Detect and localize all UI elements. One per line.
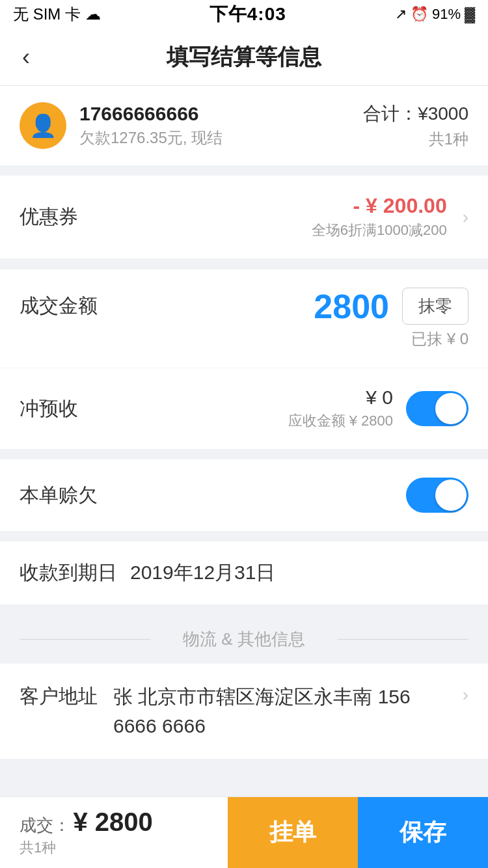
prepay-row: 冲预收 ¥ 0 应收金额 ¥ 2800	[20, 387, 468, 431]
customer-left: 👤 17666666666 欠款1276.35元, 现结	[20, 102, 223, 149]
main-content: 👤 17666666666 欠款1276.35元, 现结 合计：¥3000 共1…	[0, 86, 488, 868]
nav-bar: ‹ 填写结算等信息	[0, 29, 488, 86]
bottom-deal-row: 成交： ¥ 2800	[20, 807, 208, 837]
location-icon: ↗	[395, 6, 407, 23]
deal-sub: 已抹 ¥ 0	[20, 329, 468, 349]
no-sim-text: 无 SIM 卡 ☁	[13, 4, 101, 25]
prepay-section: 冲预收 ¥ 0 应收金额 ¥ 2800	[0, 368, 488, 449]
bottom-bar: 成交： ¥ 2800 共1种 挂单 保存	[0, 796, 488, 868]
back-button[interactable]: ‹	[16, 37, 36, 77]
debit-toggle[interactable]	[406, 478, 468, 513]
avatar: 👤	[20, 102, 66, 149]
deal-section: 成交金额 2800 抹零 已抹 ¥ 0	[0, 269, 488, 368]
coupon-label: 优惠券	[20, 204, 78, 230]
customer-sub: 欠款1276.35元, 现结	[79, 128, 223, 148]
prepay-amount: ¥ 0	[288, 387, 393, 409]
pending-button[interactable]: 挂单	[228, 797, 358, 869]
prepay-label: 冲预收	[20, 396, 78, 422]
logistics-line-left	[20, 639, 150, 640]
prepay-toggle[interactable]	[406, 391, 468, 426]
avatar-icon: 👤	[29, 113, 57, 139]
address-section[interactable]: 客户地址 张 北京市市辖区海淀区永丰南 156 6666 6666 ›	[0, 664, 488, 759]
status-right: ↗ ⏰ 91% ▓	[395, 6, 475, 23]
due-date-label: 收款到期日	[20, 560, 117, 586]
deal-row: 成交金额 2800 抹零	[20, 288, 468, 325]
total-amount: 合计：¥3000	[363, 102, 468, 126]
coupon-row[interactable]: 优惠券 - ¥ 200.00 全场6折满1000减200 ›	[0, 176, 488, 259]
prepay-amount-block: ¥ 0 应收金额 ¥ 2800	[288, 387, 393, 431]
status-time: 下午4:03	[210, 2, 286, 27]
save-button[interactable]: 保存	[358, 797, 488, 869]
deal-amount: 2800	[314, 290, 389, 323]
customer-right: 合计：¥3000 共1种	[363, 102, 468, 150]
section-divider-1	[0, 259, 488, 269]
battery-icon: ▓	[465, 6, 475, 23]
debit-toggle-knob	[435, 480, 467, 511]
deal-label: 成交金额	[20, 293, 98, 319]
due-date-value: 2019年12月31日	[130, 560, 275, 586]
battery-text: 91%	[432, 6, 461, 23]
section-divider-2	[0, 449, 488, 459]
logistics-divider: 物流 & 其他信息	[0, 615, 488, 664]
total-count: 共1种	[363, 129, 468, 150]
due-row: 收款到期日 2019年12月31日	[20, 560, 468, 586]
coupon-desc: 全场6折满1000减200	[312, 221, 447, 240]
debit-section: 本单赊欠	[0, 459, 488, 531]
address-content: 张 北京市市辖区海淀区永丰南 156 6666 6666	[113, 682, 455, 740]
chevron-right-icon: ›	[463, 207, 468, 228]
address-chevron-icon: ›	[463, 685, 468, 705]
status-bar: 无 SIM 卡 ☁ 下午4:03 ↗ ⏰ 91% ▓	[0, 0, 488, 29]
address-label: 客户地址	[20, 683, 98, 710]
logistics-line-right	[338, 639, 468, 640]
customer-info: 17666666666 欠款1276.35元, 现结	[79, 103, 223, 148]
debit-label: 本单赊欠	[20, 482, 98, 509]
customer-card: 👤 17666666666 欠款1276.35元, 现结 合计：¥3000 共1…	[0, 86, 488, 165]
toggle-knob	[435, 393, 467, 424]
bottom-deal-amount: ¥ 2800	[73, 807, 152, 836]
round-zero-button[interactable]: 抹零	[402, 288, 468, 325]
prepay-sub: 应收金额 ¥ 2800	[288, 411, 393, 431]
coupon-right: - ¥ 200.00 全场6折满1000减200 ›	[312, 194, 468, 240]
bottom-summary: 成交： ¥ 2800 共1种	[0, 807, 228, 858]
due-date-section: 收款到期日 2019年12月31日	[0, 541, 488, 604]
status-left: 无 SIM 卡 ☁	[13, 4, 101, 25]
bottom-deal-prefix: 成交：	[20, 815, 70, 835]
logistics-label: 物流 & 其他信息	[183, 628, 305, 651]
deal-right: 2800 抹零	[314, 288, 468, 325]
customer-phone: 17666666666	[79, 103, 223, 125]
bottom-deal-count: 共1种	[20, 838, 208, 858]
prepay-right: ¥ 0 应收金额 ¥ 2800	[288, 387, 468, 431]
page-title: 填写结算等信息	[167, 42, 321, 72]
coupon-amount: - ¥ 200.00	[312, 194, 447, 218]
debit-row: 本单赊欠	[20, 478, 468, 513]
alarm-icon: ⏰	[411, 6, 428, 23]
